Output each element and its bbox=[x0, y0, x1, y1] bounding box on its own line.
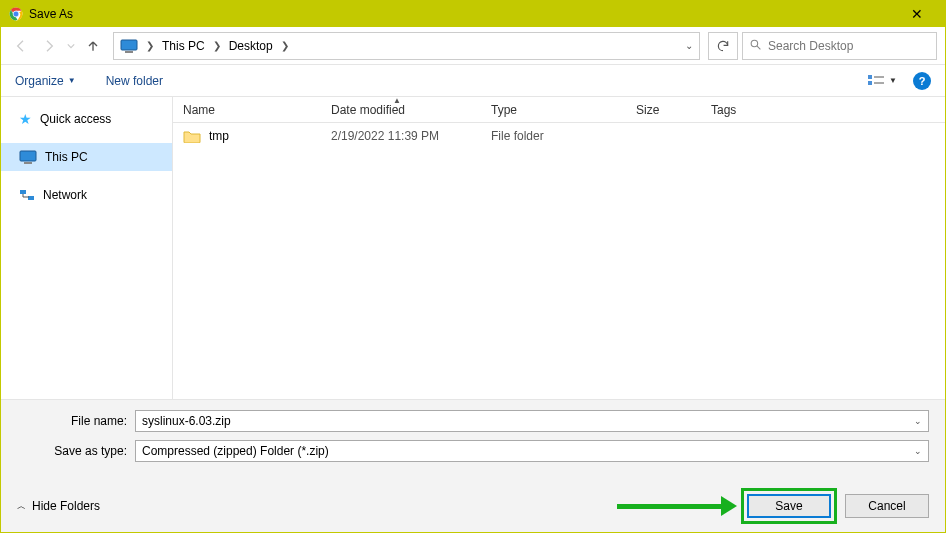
file-rows: tmp 2/19/2022 11:39 PM File folder bbox=[173, 123, 945, 399]
cancel-label: Cancel bbox=[868, 499, 905, 513]
search-icon bbox=[749, 38, 762, 54]
breadcrumb-root[interactable]: This PC bbox=[162, 39, 205, 53]
chevron-down-icon: ▼ bbox=[889, 76, 897, 85]
column-headers: ▲ Name Date modified Type Size Tags bbox=[173, 97, 945, 123]
refresh-button[interactable] bbox=[708, 32, 738, 60]
sidebar-item-quick-access[interactable]: ★ Quick access bbox=[1, 105, 172, 133]
save-label: Save bbox=[775, 499, 802, 513]
column-header-size[interactable]: Size bbox=[626, 103, 701, 117]
folder-icon bbox=[183, 129, 201, 143]
sidebar-item-label: Network bbox=[43, 188, 87, 202]
file-list-area: ▲ Name Date modified Type Size Tags tmp … bbox=[173, 97, 945, 399]
save-as-dialog: Save As ✕ ❯ This PC ❯ Desktop ❯ ⌄ bbox=[0, 0, 946, 533]
view-icon bbox=[867, 74, 885, 88]
svg-rect-12 bbox=[24, 162, 32, 164]
star-icon: ★ bbox=[19, 111, 32, 127]
chevron-down-icon: ⌄ bbox=[914, 446, 922, 456]
sidebar-item-label: This PC bbox=[45, 150, 88, 164]
cancel-button[interactable]: Cancel bbox=[845, 494, 929, 518]
window-title: Save As bbox=[29, 7, 73, 21]
up-button[interactable] bbox=[81, 34, 105, 58]
svg-line-6 bbox=[757, 46, 760, 49]
chrome-icon bbox=[9, 7, 23, 21]
chevron-down-icon: ▼ bbox=[68, 76, 76, 85]
hide-folders-button[interactable]: ︿ Hide Folders bbox=[17, 499, 100, 513]
annotation-arrow bbox=[617, 501, 737, 511]
address-dropdown-icon[interactable]: ⌄ bbox=[685, 40, 693, 51]
organize-label: Organize bbox=[15, 74, 64, 88]
this-pc-icon bbox=[19, 150, 37, 164]
file-name-label: File name: bbox=[17, 414, 127, 428]
svg-rect-13 bbox=[20, 190, 26, 194]
navigation-sidebar: ★ Quick access This PC Network bbox=[1, 97, 173, 399]
toolbar: Organize ▼ New folder ▼ ? bbox=[1, 65, 945, 97]
this-pc-icon bbox=[120, 39, 138, 53]
search-input[interactable]: Search Desktop bbox=[742, 32, 937, 60]
network-icon bbox=[19, 189, 35, 201]
save-type-label: Save as type: bbox=[17, 444, 127, 458]
chevron-right-icon: ❯ bbox=[281, 40, 289, 51]
file-date: 2/19/2022 11:39 PM bbox=[321, 129, 481, 143]
view-options-button[interactable]: ▼ bbox=[867, 74, 897, 88]
help-button[interactable]: ? bbox=[913, 72, 931, 90]
column-header-tags[interactable]: Tags bbox=[701, 103, 801, 117]
svg-rect-7 bbox=[868, 75, 872, 79]
close-button[interactable]: ✕ bbox=[897, 6, 937, 22]
file-name-input[interactable]: syslinux-6.03.zip ⌄ bbox=[135, 410, 929, 432]
new-folder-button[interactable]: New folder bbox=[106, 74, 163, 88]
annotation-highlight: Save bbox=[741, 488, 837, 524]
new-folder-label: New folder bbox=[106, 74, 163, 88]
chevron-down-icon[interactable]: ⌄ bbox=[914, 416, 922, 426]
svg-rect-11 bbox=[20, 151, 36, 161]
back-button[interactable] bbox=[9, 34, 33, 58]
sidebar-item-label: Quick access bbox=[40, 112, 111, 126]
chevron-up-icon: ︿ bbox=[17, 500, 26, 513]
file-name: tmp bbox=[209, 129, 229, 143]
organize-menu[interactable]: Organize ▼ bbox=[15, 74, 76, 88]
chevron-right-icon: ❯ bbox=[146, 40, 154, 51]
save-type-value: Compressed (zipped) Folder (*.zip) bbox=[142, 444, 329, 458]
address-bar[interactable]: ❯ This PC ❯ Desktop ❯ ⌄ bbox=[113, 32, 700, 60]
action-row: ︿ Hide Folders Save Cancel bbox=[17, 488, 929, 524]
file-type: File folder bbox=[481, 129, 626, 143]
svg-rect-4 bbox=[125, 51, 133, 53]
nav-row: ❯ This PC ❯ Desktop ❯ ⌄ Search Desktop bbox=[1, 27, 945, 65]
recent-dropdown[interactable] bbox=[65, 34, 77, 58]
titlebar: Save As ✕ bbox=[1, 1, 945, 27]
save-type-combo[interactable]: Compressed (zipped) Folder (*.zip) ⌄ bbox=[135, 440, 929, 462]
svg-rect-8 bbox=[868, 81, 872, 85]
file-row[interactable]: tmp 2/19/2022 11:39 PM File folder bbox=[173, 123, 945, 149]
column-header-type[interactable]: Type bbox=[481, 103, 626, 117]
forward-button[interactable] bbox=[37, 34, 61, 58]
hide-folders-label: Hide Folders bbox=[32, 499, 100, 513]
file-name-value: syslinux-6.03.zip bbox=[142, 414, 231, 428]
svg-point-5 bbox=[751, 40, 758, 47]
dialog-body: ★ Quick access This PC Network ▲ Na bbox=[1, 97, 945, 399]
bottom-pane: File name: syslinux-6.03.zip ⌄ Save as t… bbox=[1, 399, 945, 532]
search-placeholder: Search Desktop bbox=[768, 39, 853, 53]
sort-indicator-icon: ▲ bbox=[393, 97, 401, 105]
sidebar-item-this-pc[interactable]: This PC bbox=[1, 143, 172, 171]
column-header-name[interactable]: Name bbox=[173, 103, 321, 117]
chevron-right-icon: ❯ bbox=[213, 40, 221, 51]
sidebar-item-network[interactable]: Network bbox=[1, 181, 172, 209]
breadcrumb-location[interactable]: Desktop bbox=[229, 39, 273, 53]
column-header-date[interactable]: Date modified bbox=[321, 103, 481, 117]
svg-rect-3 bbox=[121, 40, 137, 50]
save-button[interactable]: Save bbox=[747, 494, 831, 518]
